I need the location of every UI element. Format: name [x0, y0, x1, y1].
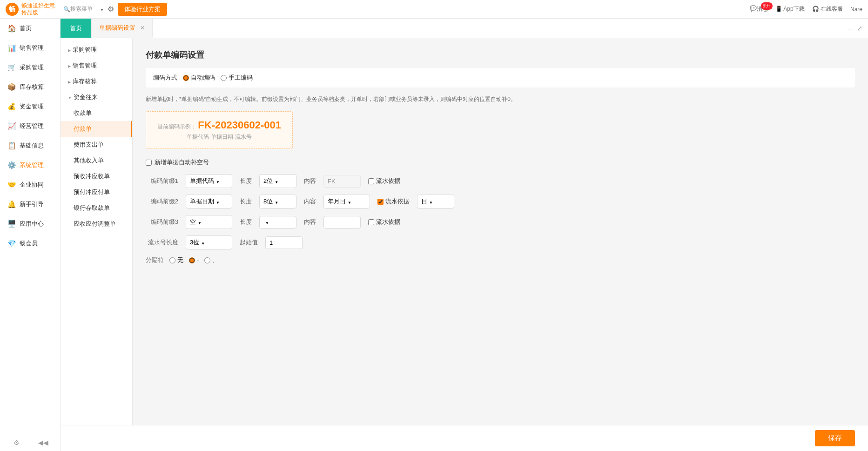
sub-nav-advance-receipt[interactable]: 预收冲应收单	[61, 168, 132, 184]
auto-encode-input[interactable]	[183, 75, 189, 81]
tab-close-icon[interactable]: ✕	[140, 25, 145, 31]
prefix2-serial-checkbox[interactable]: 流水依据	[377, 197, 410, 206]
separator-dash-input[interactable]	[189, 257, 195, 263]
chevron-down-icon	[216, 178, 220, 185]
top-bar-dropdown[interactable]	[100, 6, 104, 13]
online-service-btn[interactable]: 🎧 在线客服	[812, 5, 843, 13]
tab-bar: 首页 单据编码设置 ✕ — ⤢	[61, 19, 868, 38]
sub-nav-expense[interactable]: 费用支出单	[61, 137, 132, 153]
chevron-down-icon	[265, 219, 269, 226]
sub-nav-other-income[interactable]: 其他收入单	[61, 153, 132, 168]
prefix2-length-label: 长度	[240, 197, 252, 206]
prefix3-serial-checkbox[interactable]: 流水依据	[368, 218, 400, 226]
manual-encode-radio[interactable]: 手工编码	[221, 74, 253, 82]
prefix1-serial-input[interactable]	[368, 178, 374, 184]
sidebar-item-members[interactable]: 💎 畅会员	[0, 234, 60, 253]
separator-none-radio[interactable]: 无	[169, 256, 183, 264]
sub-nav-capital-title[interactable]: 资金往来	[61, 89, 132, 105]
prefix1-length-select[interactable]: 2位	[259, 174, 296, 188]
prefix1-label: 编码前缀1	[146, 177, 178, 185]
prefix3-length-select[interactable]	[259, 216, 296, 229]
prefix-row-2: 编码前缀2 单据日期 长度 8位 内容 年月日	[146, 195, 855, 209]
sub-nav-bank[interactable]: 银行存取款单	[61, 200, 132, 216]
sidebar-item-home[interactable]: 🏠 首页	[0, 19, 60, 38]
sidebar-item-guide[interactable]: 🔔 新手引导	[0, 195, 60, 214]
minimize-icon[interactable]: —	[847, 25, 853, 32]
sidebar-item-system[interactable]: ⚙️ 系统管理	[0, 155, 60, 175]
prefix2-content-select[interactable]: 年月日	[323, 195, 370, 209]
prefix3-serial-input[interactable]	[368, 219, 374, 225]
encoding-method-label: 编码方式	[153, 74, 177, 82]
prefix-row-3: 编码前缀3 空 长度 内容 流水依据	[146, 215, 855, 229]
message-btn[interactable]: 💬 消息 99+	[750, 5, 768, 13]
chevron-down-icon	[429, 198, 433, 205]
form-area: 付款单编码设置 编码方式 自动编码 手工编码 新增单据时，*单据编码*自动生成，…	[133, 38, 868, 425]
separator-none-input[interactable]	[169, 257, 175, 263]
guide-icon: 🔔	[7, 200, 16, 209]
serial-length-select[interactable]: 3位	[186, 236, 232, 249]
chevron-down-icon	[275, 198, 278, 205]
main-content: 采购管理 销售管理 库存核算	[61, 38, 868, 425]
separator-dot-input[interactable]	[204, 257, 210, 263]
code-preview-label: 当前编码示例： FK-20230602-001	[157, 119, 281, 131]
sub-nav-receipt[interactable]: 收款单	[61, 105, 132, 121]
sub-nav-advance-payment[interactable]: 预付冲应付单	[61, 184, 132, 200]
logo: 畅 畅通道好生意 拾品版	[6, 2, 55, 16]
maximize-icon[interactable]: ⤢	[857, 25, 862, 32]
code-preview-desc: 单据代码-单据日期-流水号	[157, 133, 281, 141]
sub-nav-sales-title[interactable]: 销售管理	[61, 58, 132, 74]
prefix1-serial-checkbox[interactable]: 流水依据	[368, 177, 400, 185]
app-download-btn[interactable]: 📱 App下载	[775, 5, 805, 13]
chevron-down-icon	[100, 6, 104, 13]
auto-fill-row: 新增单据自动补空号	[146, 158, 855, 167]
auto-fill-checkbox[interactable]	[146, 160, 152, 166]
prefix1-select[interactable]: 单据代码	[186, 174, 232, 188]
settings-icon[interactable]: ⚙	[108, 5, 114, 13]
start-value-label: 起始值	[240, 238, 258, 247]
sidebar-item-finance[interactable]: 💰 资金管理	[0, 97, 60, 116]
prefix-row-1: 编码前缀1 单据代码 长度 2位 内容 流水依据	[146, 174, 855, 188]
prefix2-length-select[interactable]: 8位	[259, 195, 296, 209]
separator-dot-radio[interactable]: .	[204, 257, 214, 264]
sub-nav-adjustment[interactable]: 应收应付调整单	[61, 216, 132, 232]
sub-nav-inventory-title[interactable]: 库存核算	[61, 74, 132, 89]
manual-encode-input[interactable]	[221, 75, 227, 81]
app-center-icon: 🖥️	[7, 220, 16, 228]
serial-length-label: 流水号长度	[146, 238, 178, 247]
prefix3-select[interactable]: 空	[186, 215, 232, 229]
auto-encode-radio[interactable]: 自动编码	[183, 74, 215, 82]
members-icon: 💎	[7, 239, 16, 248]
encoding-method-row: 编码方式 自动编码 手工编码	[146, 68, 855, 88]
tab-home[interactable]: 首页	[61, 19, 92, 38]
collapse-btn[interactable]: ◀◀	[32, 439, 56, 446]
chevron-down-icon	[275, 178, 278, 185]
sub-nav-group-capital: 资金往来 收款单 付款单 费用支出单 其他收入单 预收冲应收单 预付冲应付单 银…	[61, 89, 132, 232]
start-value-input[interactable]	[265, 236, 303, 249]
save-button[interactable]: 保存	[815, 430, 855, 446]
tab-encoding-settings[interactable]: 单据编码设置 ✕	[92, 19, 153, 38]
sidebar-item-basic-info[interactable]: 📋 基础信息	[0, 136, 60, 155]
settings-bottom-btn[interactable]: ⚙	[5, 439, 29, 446]
sidebar-item-enterprise[interactable]: 🤝 企业协同	[0, 175, 60, 195]
prefix2-serial-input[interactable]	[377, 199, 384, 205]
sub-nav-payment[interactable]: 付款单	[61, 121, 132, 137]
prefix1-length-label: 长度	[240, 177, 252, 185]
prefix3-content-input[interactable]	[323, 216, 361, 229]
trial-btn[interactable]: 体验行业方案	[118, 3, 167, 16]
search-menu[interactable]: 🔍 搜索菜单	[60, 5, 96, 13]
sub-nav: 采购管理 销售管理 库存核算	[61, 38, 133, 425]
prefix2-period-select[interactable]: 日	[417, 195, 454, 209]
separator-dash-radio[interactable]: -	[189, 257, 199, 264]
prefix3-label: 编码前缀3	[146, 218, 178, 226]
sidebar-item-app-center[interactable]: 🖥️ 应用中心	[0, 214, 60, 234]
prefix2-select[interactable]: 单据日期	[186, 195, 232, 209]
sidebar-item-purchase[interactable]: 🛒 采购管理	[0, 58, 60, 77]
chevron-down-icon	[198, 219, 202, 226]
sidebar-item-operations[interactable]: 📈 经营管理	[0, 116, 60, 136]
sub-nav-purchase-title[interactable]: 采购管理	[61, 42, 132, 58]
separator-row: 分隔符 无 - .	[146, 256, 855, 264]
main-layout: 🏠 首页 📊 销售管理 🛒 采购管理 📦 库存核算 💰 资金管理 📈 经营管理 …	[0, 19, 868, 451]
prefix1-content-label: 内容	[304, 177, 316, 185]
sidebar-item-inventory[interactable]: 📦 库存核算	[0, 77, 60, 97]
sidebar-item-sales[interactable]: 📊 销售管理	[0, 38, 60, 58]
